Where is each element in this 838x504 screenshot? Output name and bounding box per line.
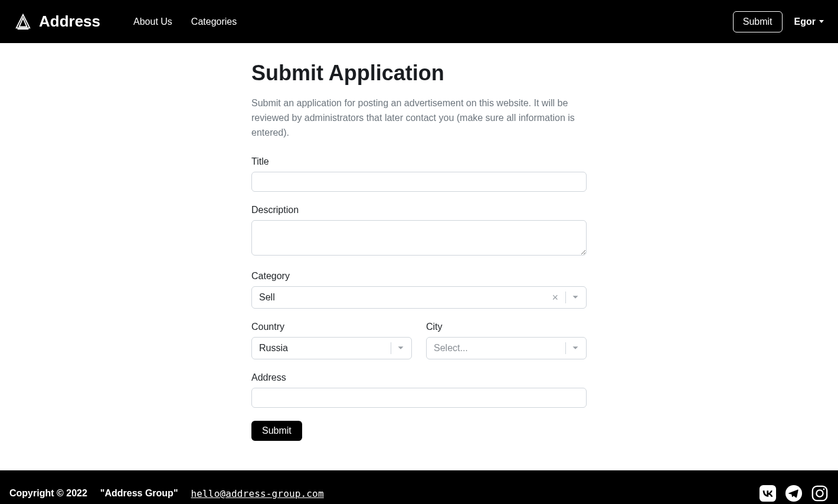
telegram-icon[interactable] bbox=[785, 485, 803, 502]
chevron-down-icon bbox=[569, 342, 581, 354]
main-content: Submit Application Submit an application… bbox=[0, 43, 838, 470]
field-address: Address bbox=[251, 372, 587, 408]
user-menu[interactable]: Egor bbox=[794, 17, 824, 27]
address-label: Address bbox=[251, 372, 587, 383]
row-location: Country Russia City Select... bbox=[251, 322, 587, 359]
navbar: Address About Us Categories Submit Egor bbox=[0, 0, 838, 43]
footer: Copyright © 2022 "Address Group" hello@a… bbox=[0, 470, 838, 504]
nav-categories[interactable]: Categories bbox=[191, 17, 237, 27]
submit-button[interactable]: Submit bbox=[251, 421, 302, 441]
brand-link[interactable]: Address bbox=[14, 12, 100, 31]
field-category: Category Sell × bbox=[251, 271, 587, 309]
page-description: Submit an application for posting an adv… bbox=[251, 96, 587, 140]
svg-point-4 bbox=[816, 490, 823, 497]
title-input[interactable] bbox=[251, 172, 587, 192]
chevron-down-icon bbox=[819, 20, 824, 23]
field-description: Description bbox=[251, 205, 587, 258]
footer-copyright: Copyright © 2022 bbox=[9, 488, 87, 499]
field-city: City Select... bbox=[426, 322, 587, 359]
nav-submit-button[interactable]: Submit bbox=[733, 11, 783, 32]
instagram-icon[interactable] bbox=[811, 485, 829, 502]
svg-point-5 bbox=[823, 489, 825, 490]
select-divider bbox=[391, 342, 391, 354]
select-divider bbox=[565, 292, 566, 303]
user-name: Egor bbox=[794, 17, 816, 27]
footer-email-link[interactable]: hello@address-group.com bbox=[191, 488, 323, 499]
page-title: Submit Application bbox=[251, 61, 587, 86]
select-divider bbox=[565, 342, 566, 354]
logo-icon bbox=[14, 13, 32, 31]
chevron-down-icon bbox=[569, 292, 581, 303]
form-container: Submit Application Submit an application… bbox=[251, 61, 587, 441]
nav-about[interactable]: About Us bbox=[133, 17, 172, 27]
category-select[interactable]: Sell × bbox=[251, 286, 587, 309]
category-value: Sell bbox=[259, 292, 548, 303]
description-label: Description bbox=[251, 205, 587, 215]
address-input[interactable] bbox=[251, 388, 587, 408]
country-label: Country bbox=[251, 322, 412, 332]
chevron-down-icon bbox=[395, 342, 407, 354]
city-placeholder: Select... bbox=[434, 343, 562, 354]
clear-icon[interactable]: × bbox=[548, 292, 562, 303]
city-label: City bbox=[426, 322, 587, 332]
country-value: Russia bbox=[259, 343, 387, 354]
title-label: Title bbox=[251, 156, 587, 167]
description-input[interactable] bbox=[251, 220, 587, 256]
svg-rect-3 bbox=[813, 486, 827, 500]
country-select[interactable]: Russia bbox=[251, 337, 412, 359]
field-country: Country Russia bbox=[251, 322, 412, 359]
main-nav: About Us Categories bbox=[133, 17, 237, 27]
brand-text: Address bbox=[39, 12, 100, 31]
navbar-right: Submit Egor bbox=[733, 11, 824, 32]
footer-group: "Address Group" bbox=[100, 488, 178, 499]
footer-social bbox=[759, 485, 829, 502]
category-label: Category bbox=[251, 271, 587, 282]
vk-icon[interactable] bbox=[759, 485, 777, 502]
field-title: Title bbox=[251, 156, 587, 192]
city-select[interactable]: Select... bbox=[426, 337, 587, 359]
